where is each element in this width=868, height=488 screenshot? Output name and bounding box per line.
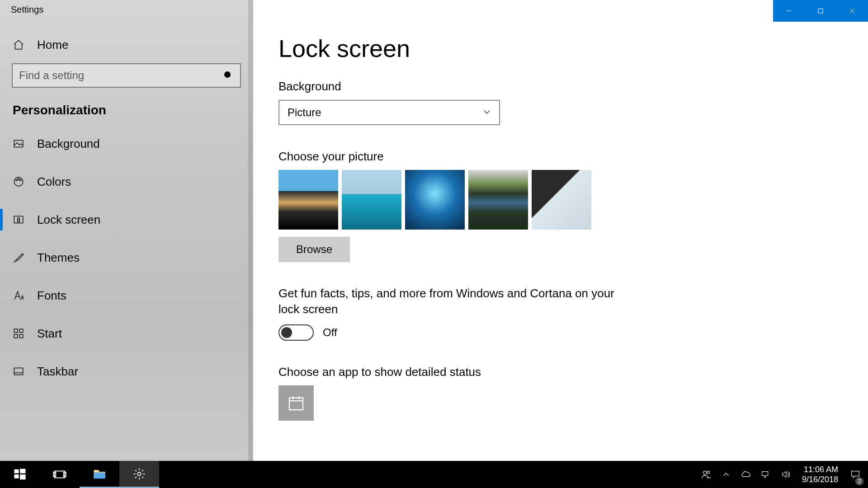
sidebar-item-label: Colors: [37, 175, 71, 189]
sidebar-category: Personalization: [0, 91, 253, 125]
file-explorer-taskbar[interactable]: [80, 461, 119, 488]
svg-rect-36: [762, 472, 768, 476]
browse-button[interactable]: Browse: [278, 237, 350, 262]
dropdown-value: Picture: [288, 106, 321, 119]
svg-rect-28: [14, 474, 19, 479]
search-input-wrap[interactable]: [12, 63, 241, 88]
minimize-button[interactable]: [773, 0, 805, 22]
taskview-button[interactable]: [40, 461, 80, 488]
lock-screen-icon: [12, 213, 25, 226]
svg-rect-6: [14, 140, 23, 147]
calendar-icon: [287, 394, 305, 412]
svg-rect-13: [14, 329, 18, 333]
svg-rect-19: [289, 398, 303, 410]
people-tray-icon[interactable]: [698, 461, 714, 488]
sidebar-item-label: Fonts: [37, 289, 66, 303]
fun-facts-toggle[interactable]: [278, 324, 314, 341]
start-button[interactable]: [0, 461, 40, 488]
action-center-icon[interactable]: 2: [846, 461, 864, 488]
svg-rect-16: [19, 334, 23, 338]
sidebar-item-fonts[interactable]: Fonts: [0, 277, 253, 314]
svg-rect-26: [14, 469, 19, 474]
background-label: Background: [278, 80, 868, 94]
sidebar: Home Personalization Background Colors L…: [0, 0, 253, 461]
sidebar-item-lock-screen[interactable]: Lock screen: [0, 201, 253, 239]
palette-icon: [12, 175, 25, 188]
svg-point-10: [20, 179, 21, 181]
detailed-status-app-slot[interactable]: [278, 385, 314, 421]
page-title: Lock screen: [278, 34, 868, 62]
svg-point-9: [18, 178, 19, 180]
svg-point-34: [703, 471, 707, 474]
close-button[interactable]: [836, 0, 868, 22]
svg-rect-17: [14, 368, 23, 375]
sidebar-item-colors[interactable]: Colors: [0, 163, 253, 201]
picture-thumb-1[interactable]: [278, 170, 338, 230]
sidebar-item-label: Background: [37, 137, 100, 151]
sidebar-scrollbar[interactable]: [248, 0, 253, 461]
sidebar-item-label: Themes: [37, 251, 80, 265]
svg-point-33: [137, 472, 141, 476]
svg-rect-27: [20, 469, 26, 474]
picture-icon: [12, 137, 25, 150]
sidebar-item-label: Taskbar: [37, 365, 78, 379]
taskbar-date: 9/16/2018: [802, 474, 838, 485]
notification-badge: 2: [855, 477, 863, 485]
sidebar-item-start[interactable]: Start: [0, 314, 253, 352]
svg-point-35: [707, 471, 710, 474]
sidebar-home-label: Home: [37, 38, 68, 52]
brush-icon: [12, 251, 25, 264]
picture-thumb-5[interactable]: [532, 170, 591, 230]
font-icon: [12, 289, 25, 302]
fun-facts-toggle-state: Off: [323, 326, 337, 339]
search-icon: [223, 70, 234, 81]
sidebar-home[interactable]: Home: [0, 26, 253, 63]
svg-rect-1: [818, 9, 823, 13]
picture-thumb-4[interactable]: [468, 170, 528, 230]
sidebar-item-background[interactable]: Background: [0, 125, 253, 163]
taskbar-icon: [12, 365, 25, 378]
window-title: Settings: [0, 0, 54, 19]
onedrive-tray-icon[interactable]: [738, 461, 754, 488]
sidebar-item-label: Start: [37, 327, 62, 341]
main-content: Lock screen Background Picture Choose yo…: [253, 0, 868, 461]
choose-picture-label: Choose your picture: [278, 150, 868, 164]
chevron-down-icon: [483, 106, 491, 119]
settings-taskbar[interactable]: [119, 461, 159, 488]
svg-rect-14: [19, 329, 23, 333]
search-input[interactable]: [19, 69, 223, 82]
background-dropdown[interactable]: Picture: [278, 100, 500, 125]
picture-thumb-3[interactable]: [405, 170, 465, 230]
svg-point-8: [16, 179, 17, 181]
svg-rect-15: [14, 334, 18, 338]
sidebar-item-themes[interactable]: Themes: [0, 239, 253, 277]
fun-facts-label: Get fun facts, tips, and more from Windo…: [278, 286, 622, 317]
detailed-status-label: Choose an app to show detailed status: [278, 365, 868, 379]
home-icon: [12, 38, 25, 52]
taskbar: 11:06 AM 9/16/2018 2: [0, 461, 868, 488]
taskbar-clock[interactable]: 11:06 AM 9/16/2018: [797, 465, 843, 485]
picture-thumb-2[interactable]: [342, 170, 401, 230]
sidebar-item-taskbar[interactable]: Taskbar: [0, 352, 253, 390]
start-grid-icon: [12, 327, 25, 340]
sidebar-item-label: Lock screen: [37, 213, 100, 227]
svg-point-4: [224, 71, 231, 78]
volume-tray-icon[interactable]: [778, 461, 794, 488]
tray-chevron-icon[interactable]: [718, 461, 734, 488]
maximize-button[interactable]: [805, 0, 836, 22]
svg-rect-29: [20, 474, 26, 479]
network-tray-icon[interactable]: [758, 461, 774, 488]
svg-line-5: [230, 77, 232, 80]
taskbar-time: 11:06 AM: [802, 465, 838, 475]
svg-rect-12: [18, 220, 19, 222]
